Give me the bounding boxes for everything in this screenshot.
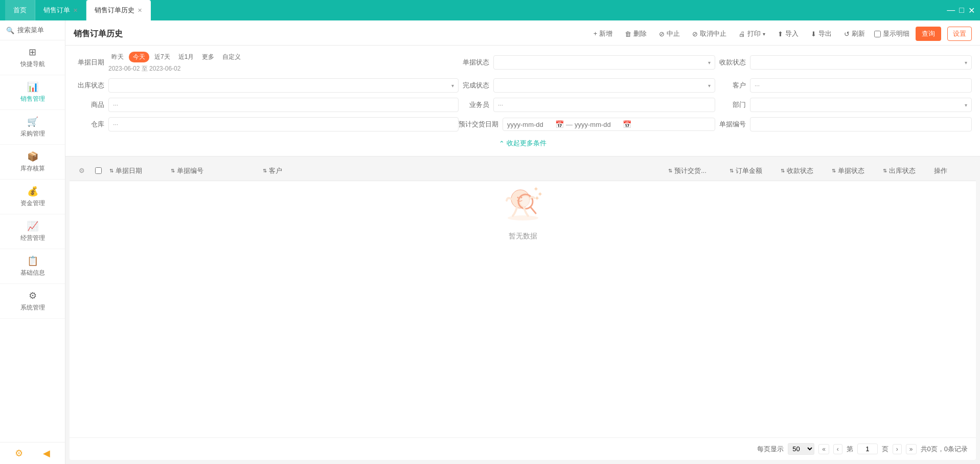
display-detail-label: 显示明细 bbox=[883, 29, 909, 38]
date-dash: — bbox=[566, 121, 573, 128]
th-outbound-status[interactable]: ⇅ 出库状态 bbox=[880, 162, 931, 180]
total-info: 共0页，0条记录 bbox=[921, 445, 968, 454]
dept-select[interactable]: ▾ bbox=[750, 98, 972, 112]
table-header: ⚙ ⇅ 单据日期 ⇅ 单据编号 ⇅ 客户 ⇅ 预计交货. bbox=[70, 161, 976, 181]
doc-status-select[interactable]: ▾ bbox=[493, 55, 715, 70]
select-all-checkbox[interactable] bbox=[95, 167, 102, 174]
sidebar-item-inventory[interactable]: 📦 库存核算 bbox=[0, 145, 65, 180]
cancel-stop-label: 取消中止 bbox=[700, 29, 726, 38]
print-icon: 🖨 bbox=[739, 30, 745, 38]
sidebar-item-operations-label: 经营管理 bbox=[20, 234, 45, 242]
th-amount[interactable]: ⇅ 订单金额 bbox=[726, 162, 778, 180]
sidebar-item-operations[interactable]: 📈 经营管理 bbox=[0, 214, 65, 249]
doc-date-label: 单据日期 bbox=[74, 58, 104, 67]
doc-no-input[interactable] bbox=[750, 117, 972, 131]
import-button[interactable]: ⬆ 导入 bbox=[774, 27, 802, 40]
sidebar-search[interactable]: 🔍 搜索菜单 bbox=[0, 20, 65, 40]
per-page-label: 每页显示 bbox=[757, 445, 784, 454]
th-doc-no[interactable]: ⇅ 单据编号 bbox=[168, 162, 260, 180]
date-btn-custom[interactable]: 自定义 bbox=[219, 52, 244, 62]
th-customer[interactable]: ⇅ 客户 bbox=[260, 162, 665, 180]
page-title: 销售订单历史 bbox=[74, 29, 123, 39]
display-detail-toggle[interactable]: 显示明细 bbox=[874, 29, 909, 38]
last-page-button[interactable]: » bbox=[906, 444, 917, 454]
next-page-button[interactable]: › bbox=[893, 444, 902, 454]
delivery-date-start[interactable] bbox=[507, 121, 553, 128]
tab-bar: 首页 销售订单 ✕ 销售订单历史 ✕ bbox=[5, 0, 947, 20]
new-button[interactable]: + 新增 bbox=[590, 27, 616, 40]
page-label: 页 bbox=[882, 445, 888, 454]
th-delivery-date[interactable]: ⇅ 预计交货... bbox=[665, 162, 726, 180]
tab-sales-order-history[interactable]: 销售订单历史 ✕ bbox=[86, 0, 151, 20]
tab-sales-order-history-close[interactable]: ✕ bbox=[138, 7, 142, 14]
settings-icon[interactable]: ⚙ bbox=[15, 448, 23, 459]
first-page-button[interactable]: « bbox=[818, 444, 829, 454]
date-btn-yesterday[interactable]: 昨天 bbox=[108, 52, 127, 62]
column-settings-button[interactable]: ⚙ bbox=[74, 167, 90, 174]
svg-line-4 bbox=[531, 207, 536, 213]
delete-button[interactable]: 🗑 删除 bbox=[622, 27, 650, 40]
empty-state: ✦ ✦ ✦ 暂无数据 bbox=[70, 181, 976, 241]
collapse-sidebar-icon[interactable]: ◀ bbox=[43, 448, 50, 459]
tab-sales-order-close[interactable]: ✕ bbox=[73, 7, 78, 14]
th-doc-date[interactable]: ⇅ 单据日期 bbox=[106, 162, 168, 180]
prev-page-button[interactable]: ‹ bbox=[833, 444, 842, 454]
page-input[interactable] bbox=[857, 444, 878, 454]
toolbar: + 新增 🗑 删除 ⊘ 中止 ⊘ 取消中止 🖨 打印 ▾ bbox=[590, 27, 972, 41]
refresh-button[interactable]: ↺ 刷新 bbox=[841, 27, 868, 40]
sidebar-item-inventory-label: 库存核算 bbox=[20, 164, 45, 173]
sidebar-item-system-mgmt[interactable]: ⚙ 系统管理 bbox=[0, 284, 65, 319]
outbound-status-select[interactable]: ▾ bbox=[108, 78, 459, 93]
payment-status-select[interactable]: ▾ bbox=[750, 55, 972, 70]
completion-status-select[interactable]: ▾ bbox=[493, 78, 715, 93]
th-doc-status-label: 单据状态 bbox=[838, 166, 864, 175]
warehouse-select[interactable]: ··· bbox=[108, 117, 459, 131]
filter-doc-no: 单据编号 bbox=[715, 117, 972, 131]
sidebar-item-finance[interactable]: 💰 资金管理 bbox=[0, 180, 65, 214]
stop-button[interactable]: ⊘ 中止 bbox=[656, 27, 683, 40]
minimize-btn[interactable]: — bbox=[947, 6, 955, 15]
tab-sales-order[interactable]: 销售订单 ✕ bbox=[35, 0, 86, 20]
basic-info-icon: 📋 bbox=[27, 255, 38, 267]
date-btn-7days[interactable]: 近7天 bbox=[151, 52, 173, 62]
print-button[interactable]: 🖨 打印 ▾ bbox=[736, 27, 768, 40]
dept-dropdown-icon: ▾ bbox=[965, 102, 967, 108]
doc-no-label: 单据编号 bbox=[715, 120, 746, 129]
th-action-label: 操作 bbox=[934, 166, 947, 175]
quick-nav-icon: ⊞ bbox=[29, 47, 36, 58]
print-dropdown-icon: ▾ bbox=[763, 31, 765, 37]
cancel-stop-button[interactable]: ⊘ 取消中止 bbox=[689, 27, 730, 40]
sort-icon-amount: ⇅ bbox=[730, 168, 734, 173]
export-button[interactable]: ⬇ 导出 bbox=[808, 27, 835, 40]
th-delivery-label: 预计交货... bbox=[674, 166, 706, 175]
salesperson-more-icon: ··· bbox=[498, 101, 503, 108]
sidebar-item-purchase-mgmt[interactable]: 🛒 采购管理 bbox=[0, 110, 65, 145]
select-all-checkbox-wrapper[interactable] bbox=[90, 167, 106, 174]
tab-home[interactable]: 首页 bbox=[5, 0, 35, 20]
display-detail-checkbox[interactable] bbox=[874, 31, 881, 37]
filter-doc-status: 单据状态 ▾ bbox=[459, 55, 715, 70]
th-payment-status[interactable]: ⇅ 收款状态 bbox=[778, 162, 829, 180]
per-page-select[interactable]: 50 10 20 100 bbox=[788, 443, 814, 455]
delivery-date-picker[interactable]: 📅 — 📅 bbox=[503, 118, 715, 131]
delivery-date-end[interactable] bbox=[575, 121, 621, 128]
sidebar-item-quick-nav[interactable]: ⊞ 快捷导航 bbox=[0, 40, 65, 75]
sidebar-item-sales-mgmt[interactable]: 📊 销售管理 bbox=[0, 75, 65, 110]
th-doc-status[interactable]: ⇅ 单据状态 bbox=[829, 162, 880, 180]
date-btn-more[interactable]: 更多 bbox=[199, 52, 217, 62]
goods-select[interactable]: ··· bbox=[108, 98, 459, 112]
salesperson-select[interactable]: ··· bbox=[493, 98, 715, 112]
sidebar-item-basic-info[interactable]: 📋 基础信息 bbox=[0, 249, 65, 284]
maximize-btn[interactable]: □ bbox=[959, 6, 964, 15]
close-btn[interactable]: ✕ bbox=[968, 6, 975, 15]
date-btn-today[interactable]: 今天 bbox=[129, 52, 149, 62]
top-bar: 首页 销售订单 ✕ 销售订单历史 ✕ — □ ✕ bbox=[0, 0, 980, 20]
query-button[interactable]: 查询 bbox=[916, 27, 941, 41]
collapse-button[interactable]: ⌃ 收起更多条件 bbox=[74, 137, 972, 150]
outbound-status-dropdown-icon: ▾ bbox=[451, 83, 454, 89]
print-label: 打印 bbox=[747, 29, 761, 38]
date-btn-1month[interactable]: 近1月 bbox=[175, 52, 197, 62]
customer-select[interactable]: ··· bbox=[750, 78, 972, 93]
th-action: 操作 bbox=[931, 162, 972, 180]
settings-button[interactable]: 设置 bbox=[947, 27, 972, 41]
